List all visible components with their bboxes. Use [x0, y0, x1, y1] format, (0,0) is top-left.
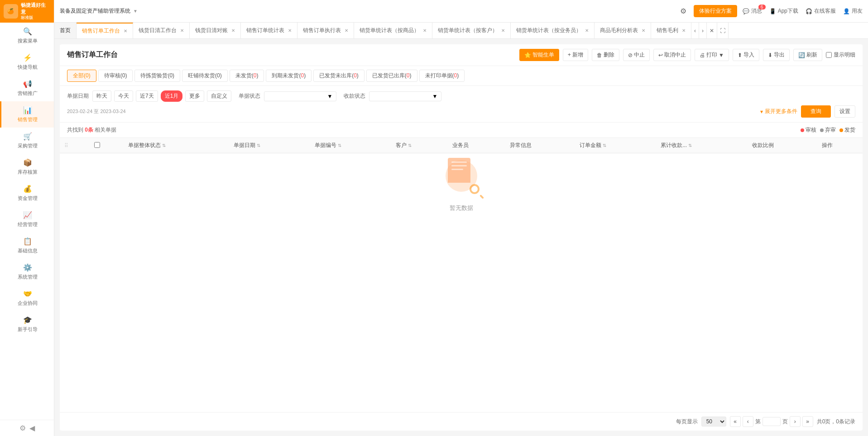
- tab-close-sales-stat-customer[interactable]: ✕: [501, 28, 505, 33]
- col-amount[interactable]: 订单金额⇅: [575, 138, 656, 153]
- tab-close-sales-exec[interactable]: ✕: [345, 28, 348, 33]
- guide-icon: 🎓: [23, 316, 32, 324]
- tab-sales-stat-goods[interactable]: 销货单统计表（按商品）✕: [354, 23, 432, 39]
- sidebar-item-cooperation[interactable]: 🤝 企业协同: [0, 285, 54, 311]
- online-service-item[interactable]: 🎧 在线客服: [806, 7, 836, 15]
- date-btn-昨天[interactable]: 昨天: [92, 90, 111, 102]
- tab-home[interactable]: 首页: [54, 23, 77, 39]
- tab-sales-exec[interactable]: 销售订单执行表✕: [297, 23, 354, 39]
- sidebar-item-purchase[interactable]: 🛒 采购管理: [0, 128, 54, 154]
- finance-icon: 💰: [23, 185, 32, 193]
- settings-icon[interactable]: ⚙: [19, 424, 26, 432]
- filter-tab-overdue-not-shipped[interactable]: 到期未发货(0): [266, 70, 312, 82]
- status-select[interactable]: ▼: [264, 91, 336, 101]
- tab-label-sales-workbench: 销售订单工作台: [82, 27, 120, 35]
- review-action-btn[interactable]: 审核: [801, 126, 816, 134]
- collapse-icon[interactable]: ◀: [29, 424, 35, 432]
- tab-nav-prev[interactable]: ‹: [691, 23, 699, 39]
- sidebar-item-marketing[interactable]: 📢 营销推广: [0, 75, 54, 101]
- tab-sales-stat-staff[interactable]: 销货单统计表（按业务员）✕: [511, 23, 595, 39]
- sidebar-item-inventory[interactable]: 📦 库存核算: [0, 154, 54, 180]
- tab-goods-margin[interactable]: 商品毛利分析表✕: [595, 23, 651, 39]
- sidebar-nav: 🔍 搜索菜单 ⚡ 快捷导航 📢 营销推广 📊 销售管理 🛒 采购管理 📦 库存核…: [0, 23, 54, 420]
- page-input[interactable]: 1: [762, 417, 781, 426]
- prev-page-btn[interactable]: ‹: [743, 416, 753, 427]
- tab-close-daily-cash[interactable]: ✕: [180, 28, 184, 33]
- col-customer[interactable]: 客户⇅: [391, 138, 448, 153]
- filter-tab-all[interactable]: 全部(0): [67, 70, 96, 82]
- sidebar-item-quick-nav[interactable]: ⚡ 快捷导航: [0, 49, 54, 75]
- col-number[interactable]: 单据编号⇅: [310, 138, 391, 153]
- tab-sales-stats[interactable]: 销售订单统计表✕: [241, 23, 297, 39]
- tab-close-sales-stats[interactable]: ✕: [288, 28, 292, 33]
- tab-nav-next[interactable]: ›: [699, 23, 707, 39]
- export-btn[interactable]: ⬇ 导出: [763, 49, 790, 61]
- page-size-select[interactable]: 102050100: [701, 417, 726, 427]
- filter-tab-not-printed[interactable]: 未打印单据(0): [419, 70, 465, 82]
- sidebar-item-search[interactable]: 🔍 搜索菜单: [0, 23, 54, 49]
- sidebar-item-system[interactable]: ⚙️ 系统管理: [0, 259, 54, 285]
- refresh-btn[interactable]: 🔄 刷新: [793, 49, 822, 61]
- import-btn[interactable]: ⬆ 导入: [733, 49, 759, 61]
- h-scrollbar[interactable]: [60, 407, 863, 412]
- user-item[interactable]: 👤 用友: [843, 7, 863, 15]
- filter-tab-not-shipped[interactable]: 未发货(0): [230, 70, 264, 82]
- message-item[interactable]: 💬 消息 6: [743, 7, 762, 15]
- settings-filter-btn[interactable]: 设置: [834, 105, 855, 118]
- tab-close-sales-stat-staff[interactable]: ✕: [585, 28, 589, 33]
- gear-icon[interactable]: ⚙: [680, 7, 686, 15]
- filter-tab-shipped-out[interactable]: 已发货已出库(0): [366, 70, 417, 82]
- tab-close-sales-workbench[interactable]: ✕: [124, 28, 127, 33]
- filter-tab-pending-inspect[interactable]: 待拣货验货(0): [134, 70, 180, 82]
- date-btn-今天[interactable]: 今天: [114, 90, 133, 102]
- sidebar-item-finance[interactable]: 💰 资金管理: [0, 180, 54, 206]
- filter-tab-shipped-not-out[interactable]: 已发货未出库(0): [313, 70, 364, 82]
- select-all-checkbox[interactable]: [94, 142, 100, 148]
- sidebar-item-guide[interactable]: 🎓 新手引导: [0, 311, 54, 337]
- dropdown-arrow-icon[interactable]: ▼: [133, 9, 138, 14]
- date-btn-自定义[interactable]: 自定义: [207, 90, 231, 102]
- date-btn-更多[interactable]: 更多: [185, 90, 204, 102]
- tab-daily-reconcile[interactable]: 钱货日清对账✕: [190, 23, 241, 39]
- industry-btn[interactable]: 体验行业方案: [694, 5, 737, 17]
- col-date[interactable]: 单据日期⇅: [229, 138, 310, 153]
- search-btn[interactable]: 查询: [801, 105, 831, 118]
- delete-btn[interactable]: 🗑 删除: [592, 49, 619, 61]
- date-btn-近1月[interactable]: 近1月: [161, 90, 183, 102]
- show-detail-input[interactable]: [826, 52, 832, 58]
- tab-close-daily-reconcile[interactable]: ✕: [231, 28, 235, 33]
- sidebar-item-sales[interactable]: 📊 销售管理: [0, 101, 54, 128]
- print-btn[interactable]: 🖨 打印 ▼: [695, 49, 729, 61]
- suspend-btn[interactable]: ⊘ 中止: [623, 49, 650, 61]
- filter-tab-pending-review[interactable]: 待审核(0): [98, 70, 133, 82]
- expand-btn[interactable]: ▾ 展开更多条件: [760, 108, 797, 115]
- tab-sales-stat-customer[interactable]: 销货单统计表（按客户）✕: [432, 23, 511, 39]
- tab-daily-cash[interactable]: 钱货日清工作台✕: [133, 23, 190, 39]
- filter-tab-wangpu-pending[interactable]: 旺铺待发货(0): [182, 70, 228, 82]
- payment-select[interactable]: ▼: [369, 91, 441, 101]
- tab-close-sales-stat-goods[interactable]: ✕: [423, 28, 427, 33]
- add-btn[interactable]: + 新增: [563, 49, 588, 61]
- show-detail-checkbox[interactable]: 显示明细: [826, 51, 855, 59]
- col-collected[interactable]: 累计收款...⇅: [656, 138, 748, 153]
- tab-close-all-btn[interactable]: ✕: [707, 23, 717, 39]
- sidebar-item-operation[interactable]: 📈 经营管理: [0, 206, 54, 232]
- page-size-label: 每页显示: [676, 418, 698, 426]
- last-page-btn[interactable]: »: [802, 416, 813, 427]
- next-page-btn[interactable]: ›: [790, 416, 801, 427]
- date-btn-近7天[interactable]: 近7天: [136, 90, 158, 102]
- cancel-suspend-btn[interactable]: ↩ 取消中止: [653, 49, 691, 61]
- tab-sales-profit[interactable]: 销售毛利✕: [651, 23, 691, 39]
- tab-close-goods-margin[interactable]: ✕: [642, 28, 645, 33]
- col-status[interactable]: 单据整体状态⇅: [124, 138, 230, 153]
- table-scroll[interactable]: ⠿单据整体状态⇅单据日期⇅单据编号⇅客户⇅业务员异常信息订单金额⇅累计收款...…: [60, 138, 863, 407]
- tab-sales-workbench[interactable]: 销售订单工作台✕: [77, 23, 133, 39]
- app-download-item[interactable]: 📱 App下载: [769, 7, 798, 15]
- tab-maximize-btn[interactable]: ⛶: [717, 23, 729, 39]
- first-page-btn[interactable]: «: [730, 416, 741, 427]
- smart-create-btn[interactable]: ⭐ 智能生单: [519, 49, 559, 61]
- tab-close-sales-profit[interactable]: ✕: [682, 28, 686, 33]
- cancel-review-action-btn[interactable]: 弃审: [820, 126, 836, 134]
- sidebar-item-basic[interactable]: 📋 基础信息: [0, 232, 54, 259]
- ship-action-btn[interactable]: 发货: [839, 126, 855, 134]
